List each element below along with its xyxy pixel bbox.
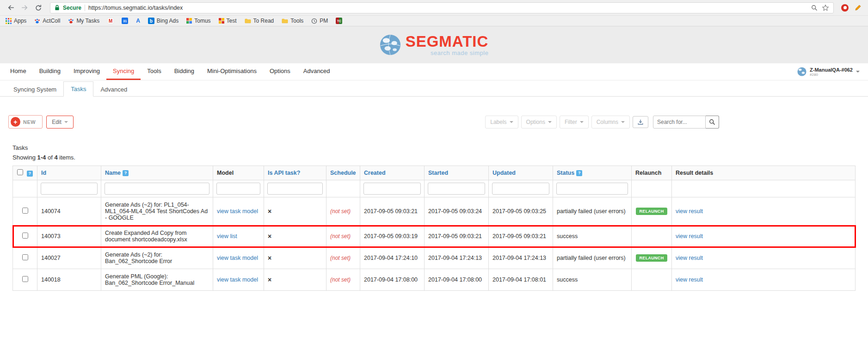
column-header-id[interactable]: Id xyxy=(37,166,101,180)
segmatic-logo[interactable]: SEGMATIC search made simple xyxy=(380,34,489,56)
bookmark-gmail[interactable]: M xyxy=(107,18,114,24)
updated-timestamp: 2017-09-04 17:24:13 xyxy=(489,247,553,269)
help-icon[interactable]: ? xyxy=(27,171,33,177)
column-header-is-api-task[interactable]: Is API task? xyxy=(264,166,326,180)
relaunch-button[interactable]: RELAUNCH xyxy=(636,254,668,262)
filter-model-input[interactable] xyxy=(216,183,260,195)
columns-dropdown-button[interactable]: Columns xyxy=(591,116,630,129)
refresh-icon xyxy=(35,4,42,12)
created-timestamp: 2017-09-05 09:03:21 xyxy=(360,197,425,226)
relaunch-button[interactable]: RELAUNCH xyxy=(636,208,668,215)
paw-favicon xyxy=(68,18,74,24)
export-download-button[interactable] xyxy=(633,116,648,128)
red-circle-extension-icon[interactable] xyxy=(839,4,850,12)
view-task-model-link[interactable]: view task model xyxy=(217,208,258,215)
nav-item-mini-optimisations[interactable]: Mini-Optimisations xyxy=(201,63,263,80)
zoom-icon[interactable] xyxy=(811,5,818,11)
created-timestamp: 2017-09-04 17:24:10 xyxy=(360,247,425,269)
user-menu[interactable]: Z-ManualQA-#062 #280 xyxy=(797,63,860,80)
column-header-schedule[interactable]: Schedule xyxy=(326,166,360,180)
folder-icon xyxy=(282,18,288,24)
bookmark-my-tasks[interactable]: My Tasks xyxy=(68,18,99,24)
view-result-link[interactable]: view result xyxy=(676,233,703,239)
view-result-link[interactable]: view result xyxy=(676,255,703,261)
labels-dropdown-button[interactable]: Labels xyxy=(485,116,518,129)
view-task-model-link[interactable]: view task model xyxy=(217,276,258,283)
address-bar[interactable]: Secure https://tomus.segmatic.io/tasks/i… xyxy=(50,2,834,13)
column-header-started[interactable]: Started xyxy=(425,166,489,180)
nav-item-tools[interactable]: Tools xyxy=(141,63,167,80)
task-id: 140027 xyxy=(37,247,101,269)
column-header-created[interactable]: Created xyxy=(360,166,425,180)
nav-item-options[interactable]: Options xyxy=(263,63,297,80)
bookmark-calendar[interactable]: 31 xyxy=(122,18,128,24)
back-button[interactable] xyxy=(5,2,17,14)
bookmarks-bar: Apps ActColl My Tasks M 31 A b Bing Ads … xyxy=(0,16,868,26)
view-task-model-link[interactable]: view task model xyxy=(217,255,258,261)
column-header-model: Model xyxy=(213,166,264,180)
bookmark-tomus[interactable]: Tomus xyxy=(186,18,210,24)
schedule-value: (not set) xyxy=(330,208,351,215)
tab-tasks[interactable]: Tasks xyxy=(63,81,93,97)
table-row: 140027 Generate Ads (~2) for: Ban_062_Sh… xyxy=(13,247,856,269)
view-result-link[interactable]: view result xyxy=(676,208,703,215)
search-input[interactable] xyxy=(653,116,706,129)
bookmark-label: To Read xyxy=(253,18,274,24)
select-row-checkbox[interactable] xyxy=(22,276,28,282)
nav-item-syncing[interactable]: Syncing xyxy=(106,63,141,80)
filter-name-input[interactable] xyxy=(105,183,209,195)
search-button[interactable] xyxy=(706,116,719,129)
filter-status-input[interactable] xyxy=(556,183,628,195)
view-list-link[interactable]: view list xyxy=(217,233,237,239)
tab-advanced[interactable]: Advanced xyxy=(93,82,134,97)
bookmark-to-read[interactable]: To Read xyxy=(245,18,274,24)
tomus-favicon xyxy=(186,18,192,24)
bookmark-tc[interactable]: TC xyxy=(336,18,342,24)
task-name: Generate PML (Google): Ban_062_Shortcode… xyxy=(101,269,213,291)
filter-started-input[interactable] xyxy=(428,183,485,195)
bookmark-bing-ads[interactable]: b Bing Ads xyxy=(148,18,179,24)
bookmark-actcoll[interactable]: ActColl xyxy=(34,18,60,24)
forward-button[interactable] xyxy=(18,2,31,14)
column-header-status[interactable]: Status? xyxy=(553,166,632,180)
filter-updated-input[interactable] xyxy=(492,183,549,195)
nav-item-bidding[interactable]: Bidding xyxy=(168,63,201,80)
pencil-extension-icon[interactable] xyxy=(852,4,863,11)
chevron-down-icon xyxy=(548,121,552,123)
help-icon[interactable]: ? xyxy=(123,170,129,176)
bookmark-label: My Tasks xyxy=(76,18,99,24)
edit-dropdown-button[interactable]: Edit xyxy=(46,116,74,129)
filter-id-input[interactable] xyxy=(41,183,98,195)
select-all-checkbox[interactable] xyxy=(17,169,23,175)
column-header-name[interactable]: Name? xyxy=(101,166,213,180)
bookmark-star-icon[interactable] xyxy=(822,4,829,12)
nav-item-building[interactable]: Building xyxy=(33,63,67,80)
browser-window: Secure https://tomus.segmatic.io/tasks/i… xyxy=(0,0,868,291)
filter-created-input[interactable] xyxy=(363,183,421,195)
help-icon[interactable]: ? xyxy=(576,170,582,176)
secure-lock-icon xyxy=(55,5,60,11)
logo-title: SEGMATIC xyxy=(406,34,489,49)
nav-item-advanced[interactable]: Advanced xyxy=(297,63,337,80)
tab-syncing-system[interactable]: Syncing System xyxy=(6,82,63,97)
bookmark-apps[interactable]: Apps xyxy=(6,18,26,24)
new-button[interactable]: + NEW xyxy=(8,115,43,129)
select-row-checkbox[interactable] xyxy=(22,254,28,260)
filter-is-api-task-input[interactable] xyxy=(267,183,323,195)
cross-mark-icon: × xyxy=(268,233,271,240)
bookmark-tools[interactable]: Tools xyxy=(282,18,303,24)
select-row-checkbox[interactable] xyxy=(22,233,28,239)
column-header-updated[interactable]: Updated xyxy=(489,166,553,180)
bookmark-test[interactable]: Test xyxy=(219,18,237,24)
bookmark-pm[interactable]: PM xyxy=(311,18,328,24)
filter-dropdown-button[interactable]: Filter xyxy=(560,116,589,129)
bookmark-analytics[interactable]: A xyxy=(136,18,140,24)
view-result-link[interactable]: view result xyxy=(676,276,703,283)
nav-item-improving[interactable]: Improving xyxy=(67,63,106,80)
table-row: 140074 Generate Ads (~2) for: PL1_054-ML… xyxy=(13,197,856,226)
refresh-button[interactable] xyxy=(32,2,44,14)
select-row-checkbox[interactable] xyxy=(22,208,28,214)
nav-item-home[interactable]: Home xyxy=(4,63,33,80)
chevron-down-icon xyxy=(580,121,584,123)
options-dropdown-button[interactable]: Options xyxy=(521,116,557,129)
